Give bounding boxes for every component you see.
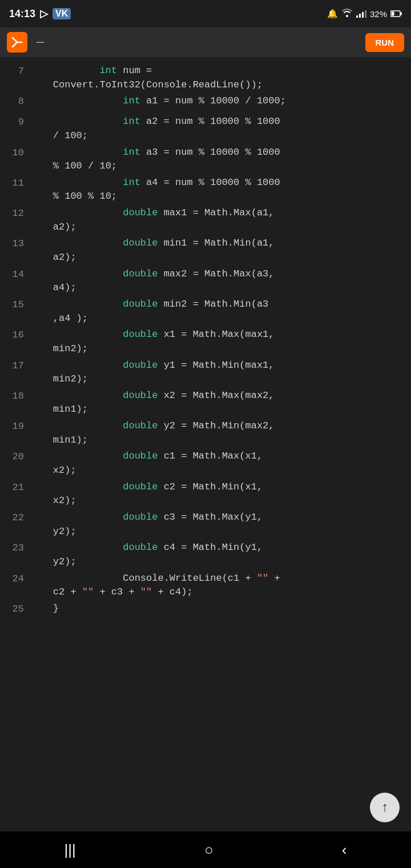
code-line: 24 Console.WriteLine(c1 + "" + c2 + "" +… [0,570,411,601]
run-button[interactable]: RUN [365,33,405,52]
code-text: double c4 = Math.Min(y1, y2); [30,541,411,569]
line-number: 10 [0,146,30,158]
line-number: 12 [0,206,30,219]
battery-percent: 32% [370,9,387,19]
wifi-icon [341,8,353,19]
code-text: double x2 = Math.Max(max2, min1); [30,389,411,417]
code-text: int a4 = num % 10000 % 1000 % 100 % 10; [30,176,411,204]
code-line: 13 double min1 = Math.Min(a1, a2); [0,235,411,266]
line-number: 23 [0,541,30,553]
code-line: 12 double max1 = Math.Max(a1, a2); [0,205,411,235]
code-text: double min1 = Math.Min(a1, a2); [30,236,411,264]
code-line: 15 double min2 = Math.Min(a3 ,a4 ); [0,296,411,327]
line-number: 22 [0,511,30,523]
line-number: 14 [0,267,30,280]
code-text: double c1 = Math.Max(x1, x2); [30,449,411,477]
line-number: 18 [0,389,30,401]
line-number: 25 [0,602,30,614]
code-line: 8 int a1 = num % 10000 / 1000; [0,93,411,114]
nav-home-button[interactable]: ○ [204,841,213,859]
code-line: 22 double c3 = Math.Max(y1, y2); [0,509,411,540]
code-line: 17 double y1 = Math.Min(max1, min2); [0,357,411,388]
code-line: 10 int a3 = num % 10000 % 1000 % 100 / 1… [0,144,411,175]
code-text: int a2 = num % 10000 % 1000 / 100; [30,115,411,143]
code-text: double min2 = Math.Min(a3 ,a4 ); [30,298,411,326]
code-line: 7 int num = Convert.ToInt32(Console.Read… [0,63,411,93]
alarm-icon: 🔔 [327,9,338,19]
code-line: 25 } [0,601,411,621]
code-line: 14 double max2 = Math.Max(a3, a4); [0,266,411,296]
code-line: 21 double c2 = Math.Min(x1, x2); [0,479,411,509]
line-number: 8 [0,94,30,107]
code-text: double max2 = Math.Max(a3, a4); [30,267,411,295]
line-number: 24 [0,572,30,584]
status-bar: 14:13 ▷ VK 🔔 32% [0,0,411,27]
code-container: 7 int num = Convert.ToInt32(Console.Read… [0,57,411,627]
code-text: double c3 = Math.Max(y1, y2); [30,511,411,539]
line-number: 9 [0,115,30,127]
scroll-top-button[interactable]: ↑ [370,793,400,822]
line-number: 7 [0,64,30,77]
line-number: 16 [0,328,30,340]
code-line: 9 int a2 = num % 10000 % 1000 / 100; [0,114,411,144]
status-right: 🔔 32% [327,8,402,19]
nav-back-button[interactable]: ‹ [342,841,347,859]
code-text: int a3 = num % 10000 % 1000 % 100 / 10; [30,146,411,174]
vk-icon: VK [53,8,71,19]
nav-menu-button[interactable]: ||| [65,841,76,859]
bottom-nav: ||| ○ ‹ [0,831,411,868]
app-icon [7,32,27,53]
battery-icon [390,9,402,19]
line-number: 11 [0,176,30,188]
code-text: double y2 = Math.Min(max2, min1); [30,419,411,447]
code-line: 19 double y2 = Math.Min(max2, min1); [0,418,411,448]
line-number: 19 [0,419,30,432]
code-text: } [30,602,411,616]
line-number: 20 [0,449,30,462]
code-line: 16 double x1 = Math.Max(max1, min2); [0,327,411,357]
signal-icon [356,9,366,19]
svg-rect-2 [392,11,394,15]
app-bar-left: — [7,32,46,53]
line-number: 17 [0,359,30,371]
app-bar: — RUN [0,27,411,57]
status-left: 14:13 ▷ VK [9,7,71,20]
code-line: 20 double c1 = Math.Max(x1, x2); [0,448,411,479]
code-text: double x1 = Math.Max(max1, min2); [30,328,411,356]
svg-rect-1 [401,12,402,15]
line-number: 21 [0,480,30,493]
status-time: 14:13 [9,8,35,20]
code-text: int num = Convert.ToInt32(Console.ReadLi… [30,64,411,92]
code-line: 18 double x2 = Math.Max(max2, min1); [0,388,411,418]
code-line: 23 double c4 = Math.Min(y1, y2); [0,540,411,570]
code-line: 11 int a4 = num % 10000 % 1000 % 100 % 1… [0,175,411,205]
code-text: Console.WriteLine(c1 + "" + c2 + "" + c3… [30,572,411,600]
line-number: 15 [0,298,30,310]
code-text: double c2 = Math.Min(x1, x2); [30,480,411,508]
line-number: 13 [0,236,30,249]
hamburger-icon[interactable]: — [34,33,46,52]
navigation-icon: ▷ [40,7,48,20]
code-text: int a1 = num % 10000 / 1000; [30,94,411,108]
code-text: double y1 = Math.Min(max1, min2); [30,359,411,387]
code-text: double max1 = Math.Max(a1, a2); [30,206,411,234]
